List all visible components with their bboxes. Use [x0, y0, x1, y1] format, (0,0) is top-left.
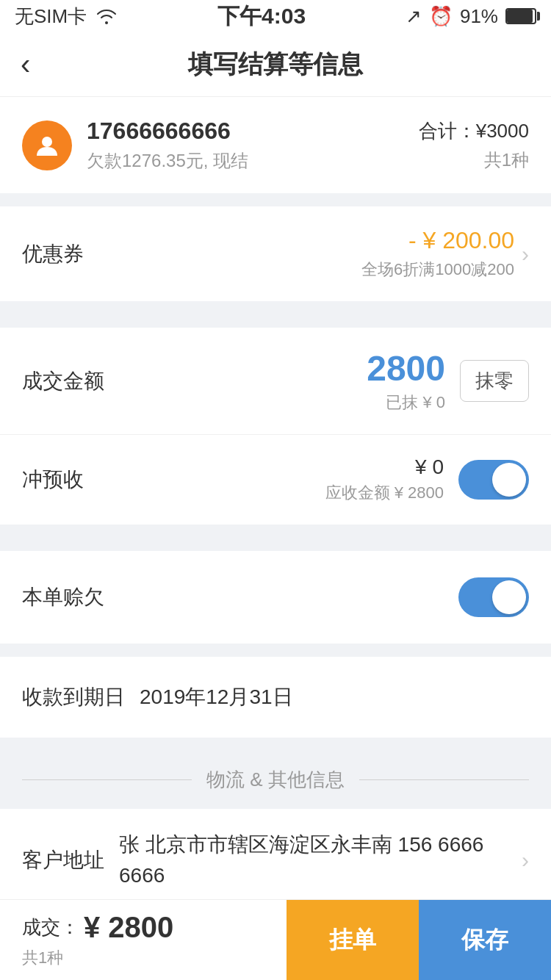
- status-right: ↗ ⏰ 91%: [406, 5, 536, 28]
- logistics-line-right: [359, 779, 529, 780]
- overdue-toggle[interactable]: [458, 577, 529, 617]
- toggle-knob: [492, 463, 526, 497]
- bottom-transaction-label: 成交：: [22, 915, 79, 940]
- predeposit-amount: ¥ 0: [325, 455, 444, 479]
- chevron-right-icon: ›: [522, 242, 529, 267]
- bottom-bar: 成交： ¥ 2800 共1种 挂单 保存: [0, 899, 551, 980]
- predeposit-row: 冲预收 ¥ 0 应收金额 ¥ 2800: [0, 434, 551, 525]
- duedate-value: 2019年12月31日: [140, 683, 293, 711]
- customer-phone: 17666666666: [87, 118, 248, 145]
- pending-button[interactable]: 挂单: [287, 900, 419, 981]
- predeposit-sub: 应收金额 ¥ 2800: [325, 482, 444, 504]
- page-title: 填写结算等信息: [188, 48, 363, 82]
- customer-sub: 欠款1276.35元, 现结: [87, 149, 248, 173]
- address-chevron-icon: ›: [522, 848, 529, 873]
- status-time: 下午4:03: [217, 1, 306, 32]
- svg-point-0: [42, 137, 52, 147]
- coupon-amount: - ¥ 200.00: [361, 227, 514, 254]
- transaction-section: 成交金额 2800 已抹 ¥ 0 抹零 冲预收 ¥ 0 应收金额 ¥ 2800: [0, 328, 551, 525]
- content: 17666666666 欠款1276.35元, 现结 合计：¥3000 共1种 …: [0, 97, 551, 980]
- address-label: 客户地址: [22, 846, 104, 874]
- bottom-transaction-amount: ¥ 2800: [84, 911, 173, 944]
- amount-value-block: 2800 已抹 ¥ 0: [367, 348, 445, 414]
- coupon-desc: 全场6折满1000减200: [361, 259, 514, 281]
- wifi-icon: [96, 8, 118, 24]
- transaction-sub: 已抹 ¥ 0: [367, 392, 445, 414]
- total-count: 共1种: [419, 148, 529, 172]
- status-left: 无SIM卡: [15, 4, 118, 29]
- predeposit-toggle[interactable]: [458, 460, 529, 500]
- avatar: [22, 120, 72, 170]
- amount-row: 成交金额 2800 已抹 ¥ 0 抹零: [0, 328, 551, 434]
- save-button[interactable]: 保存: [419, 900, 551, 981]
- status-bar: 无SIM卡 下午4:03 ↗ ⏰ 91%: [0, 0, 551, 32]
- coupon-section: 优惠券 - ¥ 200.00 全场6折满1000减200 ›: [0, 206, 551, 301]
- back-button[interactable]: ‹: [21, 48, 30, 81]
- battery-percent: 91%: [460, 5, 498, 28]
- coupon-row[interactable]: 优惠券 - ¥ 200.00 全场6折满1000减200 ›: [0, 206, 551, 301]
- overdue-label: 本单赊欠: [22, 583, 104, 611]
- address-value: 张 北京市市辖区海淀区永丰南 156 6666 6666: [119, 829, 500, 891]
- customer-left: 17666666666 欠款1276.35元, 现结: [22, 118, 248, 173]
- customer-right: 合计：¥3000 共1种: [419, 118, 529, 172]
- transaction-amount: 2800: [367, 348, 445, 389]
- duedate-label: 收款到期日: [22, 683, 125, 711]
- customer-card: 17666666666 欠款1276.35元, 现结 合计：¥3000 共1种: [0, 97, 551, 193]
- logistics-line-left: [22, 779, 192, 780]
- predeposit-right: ¥ 0 应收金额 ¥ 2800: [325, 455, 529, 504]
- divider-2: [0, 538, 551, 551]
- customer-info: 17666666666 欠款1276.35元, 现结: [87, 118, 248, 173]
- bottom-transaction-row: 成交： ¥ 2800: [22, 911, 264, 944]
- duedate-row: 收款到期日 2019年12月31日: [0, 657, 551, 738]
- alarm-icon: ⏰: [429, 5, 453, 28]
- logistics-divider: 物流 & 其他信息: [0, 751, 551, 809]
- predeposit-label: 冲预收: [22, 466, 84, 494]
- overdue-toggle-knob: [492, 580, 526, 614]
- overdue-row: 本单赊欠: [0, 551, 551, 644]
- round-zero-button[interactable]: 抹零: [460, 360, 529, 402]
- amount-right: 2800 已抹 ¥ 0 抹零: [367, 348, 529, 414]
- divider-1: [0, 314, 551, 328]
- total-label: 合计：¥3000: [419, 118, 529, 144]
- coupon-label: 优惠券: [22, 240, 84, 268]
- location-icon: ↗: [406, 5, 422, 28]
- coupon-right: - ¥ 200.00 全场6折满1000减200: [361, 227, 514, 281]
- bottom-summary: 成交： ¥ 2800 共1种: [0, 911, 287, 969]
- battery-icon: [505, 8, 536, 24]
- nav-bar: ‹ 填写结算等信息: [0, 32, 551, 97]
- carrier-text: 无SIM卡: [15, 4, 87, 29]
- address-row[interactable]: 客户地址 张 北京市市辖区海淀区永丰南 156 6666 6666 ›: [0, 809, 551, 912]
- bottom-count: 共1种: [22, 947, 264, 969]
- transaction-label: 成交金额: [22, 367, 104, 395]
- logistics-label: 物流 & 其他信息: [206, 767, 345, 793]
- predeposit-value-block: ¥ 0 应收金额 ¥ 2800: [325, 455, 444, 504]
